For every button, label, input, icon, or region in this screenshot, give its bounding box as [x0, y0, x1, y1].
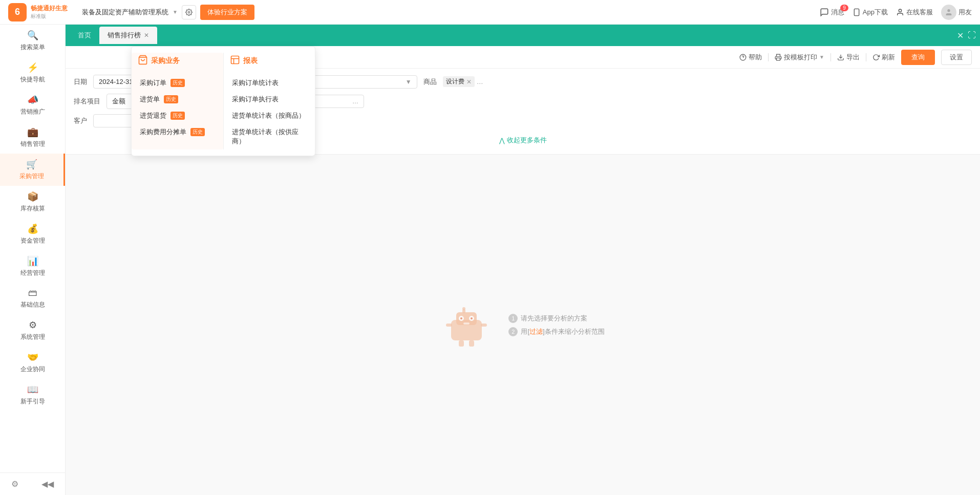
query-btn[interactable]: 查询 [901, 50, 935, 65]
svg-point-13 [460, 317, 462, 319]
operations-icon: 📊 [27, 255, 38, 267]
divider1 [768, 53, 769, 61]
goods-label: 商品 [423, 77, 437, 87]
export-btn[interactable]: 导出 [837, 53, 860, 62]
dropdown-item-purchase-return[interactable]: 进货退货 历史 [138, 107, 217, 124]
tab-bar: 首页 销售排行榜 ✕ ✕ ⛶ [66, 25, 980, 46]
sidebar-item-operations[interactable]: 📊 经营管理 [0, 250, 65, 283]
divider2 [830, 53, 831, 61]
dropdown-item-report-receipt-goods[interactable]: 进货单统计表（按商品） [230, 107, 309, 124]
top-bar-center: 装备及固定资产辅助管理系统 ▼ 体验行业方案 [74, 5, 820, 20]
settings-icon-btn[interactable] [182, 5, 196, 19]
industry-btn[interactable]: 体验行业方案 [200, 5, 254, 20]
history-tag-3: 历史 [171, 112, 185, 120]
doc-status-arrow: ▼ [406, 78, 412, 85]
sidebar-item-search-menu[interactable]: 🔍 搜索菜单 [0, 25, 65, 57]
svg-rect-16 [446, 324, 452, 327]
svg-rect-1 [854, 9, 859, 15]
sidebar-item-quick-nav[interactable]: ⚡ 快捷导航 [0, 57, 65, 89]
svg-point-21 [462, 307, 465, 310]
customer-label: 客户 [74, 116, 87, 125]
set-btn[interactable]: 设置 [941, 50, 972, 65]
sidebar-item-guide[interactable]: 📖 新手引导 [0, 379, 65, 411]
quick-nav-icon: ⚡ [27, 62, 38, 73]
dropdown-item-purchase-receipt[interactable]: 进货单 历史 [138, 91, 217, 107]
date-label: 日期 [74, 77, 87, 87]
svg-rect-19 [469, 340, 474, 347]
dropdown-item-report-order-exec[interactable]: 采购订单执行表 [230, 91, 309, 107]
empty-state-container: 1 请先选择要分析的方案 2 用[过滤]条件来缩小分析范围 [441, 302, 604, 348]
inventory-icon: 📦 [27, 191, 38, 202]
dropdown-item-report-order-stat[interactable]: 采购订单统计表 [230, 75, 309, 91]
sidebar-item-base-info[interactable]: 🗃 基础信息 [0, 283, 65, 314]
sidebar-item-inventory[interactable]: 📦 库存核算 [0, 186, 65, 218]
dropdown-arrow-icon[interactable]: ▼ [173, 9, 178, 15]
sidebar-item-finance[interactable]: 💰 资金管理 [0, 218, 65, 250]
hint-num-1: 1 [508, 314, 518, 323]
page-content: 1 请先选择要分析的方案 2 用[过滤]条件来缩小分析范围 [66, 155, 980, 495]
top-bar-right: 消息 9 App下载 在线客服 用友 [820, 5, 972, 20]
refresh-btn[interactable]: 刷新 [872, 53, 895, 62]
tab-sales-rank[interactable]: 销售排行榜 ✕ [99, 27, 157, 44]
collapse-icon[interactable]: ◀◀ [41, 479, 54, 489]
system-title: 装备及固定资产辅助管理系统 [82, 8, 168, 17]
svg-point-0 [188, 11, 190, 13]
purchase-section-icon [138, 55, 148, 67]
dropdown-item-report-receipt-supplier[interactable]: 进货单统计表（按供应商） [230, 124, 309, 149]
top-bar: 6 畅捷通好生意 标准版 装备及固定资产辅助管理系统 ▼ 体验行业方案 消息 9… [0, 0, 980, 25]
sidebar-item-system[interactable]: ⚙ 系统管理 [0, 314, 65, 347]
user-area[interactable]: 用友 [941, 5, 972, 20]
dropdown-item-purchase-order[interactable]: 采购订单 历史 [138, 75, 217, 91]
cooperation-icon: 🤝 [27, 352, 38, 363]
doc-status-select[interactable]: ▼ [305, 75, 417, 89]
tab-minimize-icon[interactable]: ✕ [957, 31, 964, 40]
settings-bottom-icon[interactable]: ⚙ [11, 479, 18, 489]
empty-robot-illustration [441, 302, 492, 348]
goods-area: 设计费 ✕ … [443, 76, 483, 87]
report-section-icon [230, 55, 240, 67]
dropdown-overlay: 采购业务 采购订单 历史 进货单 历史 进货退货 历史 [131, 46, 315, 156]
sales-icon: 💼 [27, 126, 38, 138]
finance-icon: 💰 [27, 223, 38, 234]
print-btn[interactable]: 按模板打印 ▼ [775, 53, 824, 62]
goods-tag: 设计费 ✕ [443, 76, 475, 87]
svg-rect-18 [459, 340, 464, 347]
svg-point-4 [947, 9, 950, 12]
svg-rect-23 [231, 56, 239, 64]
goods-more-dots[interactable]: … [477, 78, 483, 85]
purchase-icon: 🛒 [26, 159, 37, 170]
svg-point-14 [471, 317, 473, 319]
history-tag-1: 历史 [171, 79, 185, 87]
report-section-title: 报表 [230, 53, 309, 69]
purchase-section-title: 采购业务 [138, 53, 217, 69]
help-btn[interactable]: 帮助 [739, 53, 762, 62]
sidebar-item-purchase[interactable]: 🛒 采购管理 [0, 154, 65, 186]
content-area: 首页 销售排行榜 ✕ ✕ ⛶ 帮助 [66, 25, 980, 495]
marketing-icon: 📣 [27, 94, 38, 105]
goods-tag-close[interactable]: ✕ [466, 78, 472, 85]
svg-rect-17 [481, 324, 487, 327]
svg-point-3 [899, 9, 901, 12]
hint-num-2: 2 [508, 327, 518, 336]
message-btn[interactable]: 消息 9 [820, 8, 844, 17]
dropdown-item-purchase-expense[interactable]: 采购费用分摊单 历史 [138, 124, 217, 140]
history-tag-2: 历史 [164, 95, 178, 103]
dropdown-report-section: 报表 采购订单统计表 采购订单执行表 进货单统计表（按商品） 进货单统计表（按供 [223, 53, 315, 149]
message-badge: 9 [840, 5, 848, 11]
sidebar-item-cooperation[interactable]: 🤝 企业协同 [0, 347, 65, 379]
collapse-up-icon: ⋀ [499, 137, 505, 144]
salesperson-dots: … [352, 98, 358, 105]
divider3 [866, 53, 866, 61]
empty-hint-1: 1 请先选择要分析的方案 [508, 314, 587, 323]
main-area: 🔍 搜索菜单 ⚡ 快捷导航 📣 营销推广 💼 销售管理 🛒 采购管理 📦 [0, 25, 980, 495]
tab-expand-icon[interactable]: ⛶ [968, 31, 976, 40]
tab-home[interactable]: 首页 [70, 27, 99, 44]
sidebar-item-sales[interactable]: 💼 销售管理 [0, 121, 65, 154]
logo-icon: 6 [8, 3, 27, 21]
print-dropdown-icon[interactable]: ▼ [819, 54, 824, 60]
tab-close-icon[interactable]: ✕ [144, 32, 149, 39]
logo-text: 畅捷通好生意 标准版 [31, 4, 68, 20]
sidebar-item-marketing[interactable]: 📣 营销推广 [0, 89, 65, 121]
app-download-btn[interactable]: App下载 [853, 8, 888, 17]
online-service-btn[interactable]: 在线客服 [896, 8, 933, 17]
